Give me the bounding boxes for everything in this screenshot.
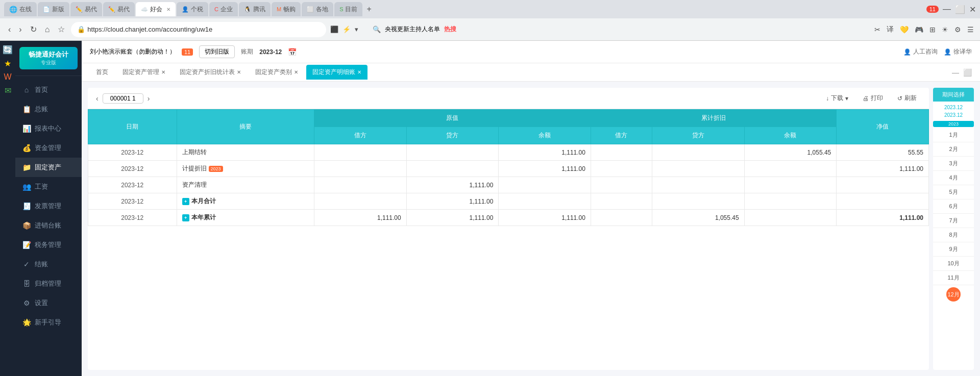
sidebar-item-guide[interactable]: 🌟 新手引导	[15, 313, 82, 332]
page-tab-home[interactable]: 首页	[90, 65, 114, 80]
sidebar-extra-icon-mail[interactable]: ✉	[5, 86, 11, 95]
period-month-item[interactable]: 7月	[933, 214, 974, 228]
sidebar-item-reports[interactable]: 📊 报表中心	[15, 119, 82, 138]
user-button[interactable]: 👤 徐译华	[944, 47, 972, 56]
period-date-start[interactable]: 2023.12	[935, 104, 972, 111]
browser-tab-close[interactable]: ✕	[166, 7, 170, 12]
cell-orig-balance	[499, 193, 591, 210]
cell-orig-balance: 1,111.00	[499, 161, 591, 177]
home-nav-button[interactable]: ⌂	[43, 23, 52, 36]
browser-tab-new[interactable]: 📄 新版	[38, 2, 69, 16]
page-tab-depreciation[interactable]: 固定资产折旧统计表 ✕	[174, 65, 247, 80]
period-month-item[interactable]: 12月	[933, 285, 974, 304]
period-month-item[interactable]: 8月	[933, 228, 974, 242]
tab-close-category[interactable]: ✕	[294, 69, 298, 75]
pagination-bar: ‹ 000001 1 › ↓ 下载 ▾ 🖨 打印	[88, 88, 929, 109]
sidebar-item-funds[interactable]: 💰 资金管理	[15, 138, 82, 158]
reload-button[interactable]: ↻	[28, 22, 39, 36]
period-month-item[interactable]: 11月	[933, 271, 974, 285]
forward-button[interactable]: ›	[17, 23, 23, 36]
sidebar-label-settings: 设置	[35, 298, 48, 308]
sidebar-extra-icon-weibo[interactable]: W	[4, 72, 11, 82]
win-minimize-icon[interactable]: —	[952, 68, 959, 77]
period-month-item[interactable]: 3月	[933, 157, 974, 171]
browser-tab-gedi[interactable]: ⬜ 各地	[302, 2, 333, 16]
refresh-button[interactable]: ↺ 刷新	[893, 92, 921, 105]
service-button[interactable]: 👤 人工咨询	[903, 47, 938, 56]
brightness-icon[interactable]: ☀	[942, 26, 948, 34]
browser-tab-accounting[interactable]: ☁️ 好会 ✕	[136, 2, 176, 16]
next-page-button[interactable]: ›	[148, 94, 150, 103]
close-window-button[interactable]: ✕	[969, 5, 976, 14]
asset-detail-table: 日期 摘要 原值 累计折旧 净值 借方 贷方 余额 借方	[88, 109, 929, 226]
lightning-icon[interactable]: ⚡	[342, 26, 351, 33]
sidebar-item-archive[interactable]: 🗄 归档管理	[15, 274, 82, 293]
col-header-summary: 摘要	[177, 110, 314, 144]
maximize-button[interactable]: ⬜	[955, 5, 965, 14]
bookmark-button[interactable]: ☆	[56, 22, 67, 36]
sidebar-extra-icon-1[interactable]: 🔄	[3, 45, 13, 55]
translate-icon[interactable]: 译	[887, 25, 894, 34]
sidebar-item-invoice[interactable]: 🧾 发票管理	[15, 196, 82, 216]
page-tab-category[interactable]: 固定资产类别 ✕	[249, 65, 304, 80]
menu-icon[interactable]: ☰	[967, 26, 974, 34]
page-tab-fixed-mgmt[interactable]: 固定资产管理 ✕	[116, 65, 172, 80]
app-wrapper: 🔄 ★ W ✉ 畅捷通好会计 专业版 ⌂ 首页 📋 总账 📊 报表中心	[0, 41, 980, 376]
dropdown-icon[interactable]: ▾	[355, 26, 358, 33]
scissors-icon[interactable]: ✂	[874, 26, 880, 34]
win-maximize-icon[interactable]: ⬜	[963, 68, 972, 77]
tab-close-detail[interactable]: ✕	[357, 69, 361, 75]
period-month-item[interactable]: 4月	[933, 171, 974, 185]
sidebar-item-fixed-assets[interactable]: 📁 固定资产	[15, 158, 82, 177]
download-button[interactable]: ↓ 下载 ▾	[822, 92, 852, 105]
period-month-item[interactable]: 5月	[933, 185, 974, 199]
url-bar[interactable]: 🔒 https://cloud.chanjet.com/accounting/u…	[71, 22, 326, 37]
period-month-active[interactable]: 12月	[946, 287, 961, 302]
settings-icon[interactable]: ⚙	[954, 26, 961, 34]
browser-tab-online[interactable]: 🌐 在线	[4, 2, 37, 16]
minimize-button[interactable]: —	[943, 5, 951, 14]
period-month-label[interactable]: 1月	[933, 128, 974, 142]
browser-tab-enterprise[interactable]: C 企业	[209, 2, 238, 16]
period-month-item[interactable]: 2月	[933, 142, 974, 157]
sidebar-item-home[interactable]: ⌂ 首页	[15, 80, 82, 99]
refresh-label: 刷新	[904, 94, 917, 103]
browser-tab-tax[interactable]: 👤 个税	[177, 2, 208, 16]
hot-search-label: 热搜	[444, 25, 456, 34]
sidebar-item-ledger[interactable]: 📋 总账	[15, 99, 82, 119]
period-month-item[interactable]: 6月	[933, 199, 974, 214]
new-tab-button[interactable]: +	[363, 5, 374, 14]
period-panel-title: 期间选择	[933, 88, 974, 102]
browser-tab-yidai1[interactable]: ✏️ 易代	[70, 2, 102, 16]
wallet-icon[interactable]: 💛	[900, 26, 909, 34]
period-month-item[interactable]: 20231月	[933, 121, 974, 142]
sidebar-item-inventory[interactable]: 📦 进销台账	[15, 216, 82, 235]
game-icon[interactable]: 🎮	[915, 26, 923, 34]
period-month-item[interactable]: 9月	[933, 242, 974, 257]
prev-page-button[interactable]: ‹	[96, 94, 99, 103]
tab-close-fixed-mgmt[interactable]: ✕	[161, 69, 165, 75]
sidebar-label-funds: 资金管理	[35, 143, 61, 153]
page-tab-detail[interactable]: 固定资产明细账 ✕	[306, 65, 368, 80]
browser-tab-yidai2[interactable]: ✏️ 易代	[103, 2, 135, 16]
sidebar-extra-icon-star[interactable]: ★	[4, 59, 11, 68]
browser-tab-chang[interactable]: M 畅购	[272, 2, 301, 16]
browser-tab-target[interactable]: S 目前	[334, 2, 362, 16]
sidebar-item-tax[interactable]: 📝 税务管理	[15, 235, 82, 255]
calendar-icon[interactable]: 📅	[288, 48, 297, 56]
grid-icon[interactable]: ⊞	[929, 26, 936, 34]
print-button[interactable]: 🖨 打印	[859, 92, 887, 105]
period-label: 账期	[241, 47, 253, 56]
back-button[interactable]: ‹	[6, 23, 13, 36]
sidebar-item-salary[interactable]: 👥 工资	[15, 177, 82, 196]
extensions-icon[interactable]: ⬛	[330, 26, 338, 33]
tab-close-depreciation[interactable]: ✕	[237, 69, 241, 75]
sidebar-item-checkout[interactable]: ✓ 结账	[15, 255, 82, 274]
salary-icon: 👥	[22, 183, 31, 191]
sidebar-item-settings[interactable]: ⚙ 设置	[15, 293, 82, 313]
period-month-item[interactable]: 10月	[933, 257, 974, 271]
page-number-display[interactable]: 000001 1	[103, 93, 143, 104]
browser-tab-tencent[interactable]: 🐧 腾讯	[239, 2, 271, 16]
period-date-end[interactable]: 2023.12	[935, 111, 972, 119]
switch-version-button[interactable]: 切到旧版	[199, 45, 235, 58]
